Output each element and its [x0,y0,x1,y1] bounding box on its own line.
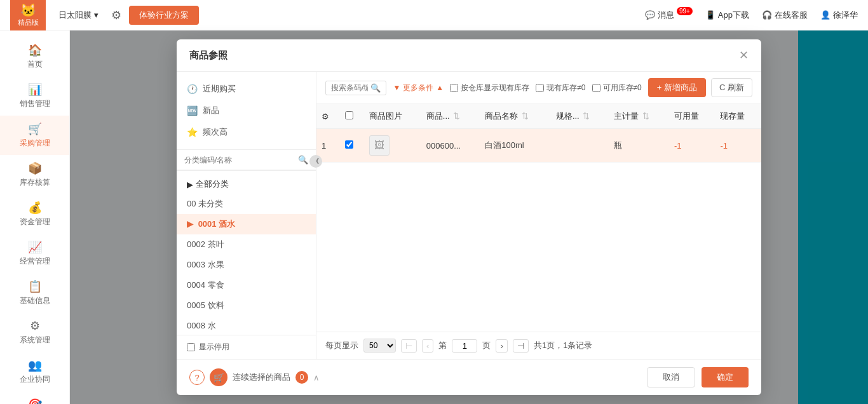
help-icon: ? [194,373,199,382]
col-code[interactable]: 商品... ⇅ [421,104,480,129]
category-item-drink[interactable]: 0005 饮料 [177,295,316,316]
modal-header: 商品参照 ✕ [177,39,761,72]
category-search-input[interactable] [184,156,295,165]
col-unit[interactable]: 主计量 ⇅ [609,104,668,129]
sidebar-item-label: 首页 [27,59,43,70]
filter-check-current-stock[interactable]: 现有库存≠0 [536,83,585,93]
sidebar-item-sales[interactable]: 📊 销售管理 [0,76,69,116]
total-info: 共1页，1条记录 [534,340,592,351]
sidebar-item-label: 企业协同 [20,374,50,385]
modal-nav-recent[interactable]: 🕐 近期购买 [177,78,316,100]
logo-sub: 精品版 [18,18,39,27]
page-input[interactable] [452,339,477,353]
page-size-select[interactable]: 50 10 20 100 [363,339,396,353]
table-row[interactable]: 1 🖼 000600... 白酒100ml 瓶 [316,129,761,163]
chevron-up-small-icon: ▲ [436,83,444,92]
phone-icon: 📱 [705,10,715,20]
show-disabled-label: 显示停用 [199,342,229,353]
next-page-button[interactable]: › [496,339,507,353]
available-stock-checkbox[interactable] [592,84,600,92]
warehouse-stock-checkbox[interactable] [450,84,458,92]
col-spec[interactable]: 规格... ⇅ [551,104,609,129]
cancel-button[interactable]: 取消 [647,367,695,387]
row-spec [551,129,609,163]
logo: 🐱 精品版 [10,0,46,30]
confirm-button[interactable]: 确定 [702,367,749,387]
home-icon: 🏠 [28,43,42,57]
category-label: 全部分类 [196,178,229,190]
app-download-item[interactable]: 📱 App下载 [705,10,749,21]
modal-right-panel: 🔍 ▼ 更多条件 ▲ 按仓库显示现有库存 [316,72,761,359]
message-label: 消息 [658,10,674,21]
select-all-checkbox[interactable] [345,111,353,119]
product-table: ⚙ 商品图片 商品... ⇅ 商品名称 [316,104,761,163]
sidebar-item-stock[interactable]: 📦 库存核算 [0,155,69,194]
current-stock-checkbox[interactable] [536,84,544,92]
prev-page-button[interactable]: ‹ [422,339,433,353]
modal-close-button[interactable]: ✕ [739,48,749,62]
message-icon: 💬 [645,10,655,20]
collapse-button[interactable]: 《 [309,155,322,168]
nav-right: 💬 消息 99+ 📱 App下载 🎧 在线客服 👤 徐泽华 [645,10,858,21]
sidebar-item-collab[interactable]: 👥 企业协同 [0,352,69,391]
category-label: 0008 水 [187,321,216,330]
category-label: 0001 酒水 [198,219,236,229]
product-search-input[interactable] [331,83,368,92]
show-disabled-checkbox[interactable] [187,343,195,351]
add-product-button[interactable]: + 新增商品 [648,78,706,97]
product-modal: 商品参照 ✕ 🕐 近期购买 🆕 [177,39,761,395]
last-page-button[interactable]: ⊣ [513,339,529,353]
filter-check-label: 按仓库显示现有库存 [461,83,529,93]
more-filters-button[interactable]: ▼ 更多条件 ▲ [393,83,444,93]
filter-check-available-stock[interactable]: 可用库存≠0 [592,83,642,93]
col-stock[interactable]: 现存量 [715,104,761,129]
store-dropdown[interactable]: 日太阳膜 ▾ [53,7,104,24]
gear-icon[interactable]: ⚙ [111,8,121,22]
footer-info: ? 🛒 连续选择的商品 0 ∧ [189,368,320,386]
pagination-bar: 每页显示 50 10 20 100 ⊢ ‹ 第 页 [316,332,761,359]
col-checkbox[interactable] [340,104,364,129]
modal-nav: 🕐 近期购买 🆕 新品 ⭐ 频次高 [177,72,316,150]
finance-icon: 💰 [28,201,42,215]
category-search-icon[interactable]: 🔍 [298,155,308,165]
new-icon: 🆕 [187,105,198,116]
user-item[interactable]: 👤 徐泽华 [820,10,858,21]
row-available: -1 [669,129,715,163]
sidebar-item-guide[interactable]: 🎯 新手引导 [0,391,69,404]
col-settings[interactable]: ⚙ [316,104,340,129]
refresh-button[interactable]: C 刷新 [711,78,752,97]
category-item-fruit[interactable]: 0003 水果 [177,255,316,275]
search-icon[interactable]: 🔍 [370,83,381,93]
category-item-tea[interactable]: 0002 茶叶 [177,234,316,255]
chevron-right-icon: ▶ [187,180,193,189]
filter-check-warehouse[interactable]: 按仓库显示现有库存 [450,83,529,93]
trial-button[interactable]: 体验行业方案 [129,6,199,25]
sidebar-item-info[interactable]: 📋 基础信息 [0,273,69,313]
sidebar-item-label: 资金管理 [20,217,50,227]
modal-nav-new[interactable]: 🆕 新品 [177,100,316,121]
sidebar-item-home[interactable]: 🏠 首页 [0,37,69,76]
sidebar-item-system[interactable]: ⚙ 系统管理 [0,313,69,352]
modal-nav-frequent[interactable]: ⭐ 频次高 [177,121,316,143]
first-page-button[interactable]: ⊢ [401,339,417,353]
help-button[interactable]: ? [189,370,205,385]
col-available[interactable]: 可用量 [669,104,715,129]
category-item-snack[interactable]: 0004 零食 [177,275,316,295]
row-select-checkbox[interactable] [345,140,353,149]
sidebar-item-finance[interactable]: 💰 资金管理 [0,194,69,234]
category-item-water[interactable]: 0008 水 [177,316,316,335]
row-name: 白酒100ml [480,129,551,163]
message-item[interactable]: 💬 消息 99+ [645,10,693,21]
category-item-unclassified[interactable]: 00 未分类 [177,194,316,214]
sidebar-item-management[interactable]: 📈 经营管理 [0,234,69,273]
category-item-liquor[interactable]: ▶ 0001 酒水 [177,214,316,234]
collapse-footer-icon[interactable]: ∧ [313,373,320,382]
row-checkbox[interactable] [340,129,364,163]
category-all[interactable]: ▶ 全部分类 [177,175,316,194]
sidebar-item-purchase[interactable]: 🛒 采购管理 [0,116,69,155]
col-name[interactable]: 商品名称 ⇅ [480,104,551,129]
service-item[interactable]: 🎧 在线客服 [762,10,808,21]
main-layout: 🏠 首页 📊 销售管理 🛒 采购管理 📦 库存核算 💰 资金管理 📈 经营管理 … [0,30,868,404]
nav-item-label: 近期购买 [203,83,236,95]
category-label: 0003 水果 [187,260,224,269]
